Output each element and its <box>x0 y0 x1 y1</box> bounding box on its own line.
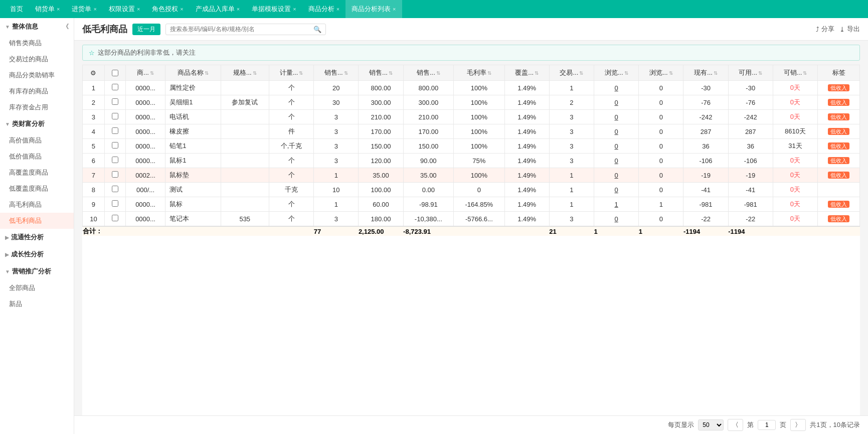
nav-sales-order[interactable]: 销货单 × <box>29 0 66 18</box>
export-button[interactable]: ⤓ 导出 <box>839 25 860 34</box>
nav-template-settings[interactable]: 单据模板设置 × <box>246 0 302 18</box>
sidebar-item-all-products[interactable]: 全部商品 <box>0 280 74 296</box>
row-select-checkbox[interactable] <box>112 142 118 149</box>
row-checkbox[interactable] <box>104 183 125 197</box>
sidebar-group-circulation[interactable]: ▶ 流通性分析 <box>0 229 74 246</box>
row-select-checkbox[interactable] <box>112 200 118 207</box>
sidebar-item-high-margin[interactable]: 高毛利商品 <box>0 197 74 213</box>
row-checkbox[interactable] <box>104 95 125 110</box>
nav-permissions[interactable]: 权限设置 × <box>103 0 146 18</box>
views1-link[interactable]: 0 <box>615 186 618 194</box>
th-available[interactable]: 可用...⇅ <box>728 65 773 81</box>
sidebar-item-traded-products[interactable]: 交易过的商品 <box>0 51 74 67</box>
row-views1[interactable]: 0 <box>594 212 639 227</box>
select-all-checkbox[interactable] <box>112 70 118 76</box>
views1-link[interactable]: 0 <box>615 128 618 135</box>
search-input[interactable] <box>170 26 311 33</box>
page-number-input[interactable] <box>758 420 776 430</box>
th-views1[interactable]: 浏览...⇅ <box>594 65 639 81</box>
row-select-checkbox[interactable] <box>112 215 118 221</box>
row-views1[interactable]: 0 <box>594 183 639 197</box>
sidebar-item-stock-capital[interactable]: 库存资金占用 <box>0 99 74 115</box>
views1-link[interactable]: 0 <box>615 142 618 150</box>
th-current-stock[interactable]: 现有...⇅ <box>683 65 728 81</box>
row-checkbox[interactable] <box>104 154 125 168</box>
row-select-checkbox[interactable] <box>112 157 118 163</box>
views1-link[interactable]: 0 <box>615 99 618 106</box>
views1-link[interactable]: 0 <box>615 113 618 121</box>
sidebar-group-overall[interactable]: ▼ 整体信息 《 <box>0 18 74 35</box>
row-checkbox[interactable] <box>104 81 125 95</box>
row-checkbox[interactable] <box>104 212 125 227</box>
row-select-checkbox[interactable] <box>112 113 118 119</box>
close-purchase-order-icon[interactable]: × <box>93 6 96 12</box>
sidebar-item-high-coverage[interactable]: 高覆盖度商品 <box>0 165 74 181</box>
th-transactions[interactable]: 交易...⇅ <box>549 65 594 81</box>
sidebar-item-low-margin[interactable]: 低毛利商品 <box>0 213 74 229</box>
row-select-checkbox[interactable] <box>112 98 118 105</box>
row-select-checkbox[interactable] <box>112 84 118 90</box>
sidebar-group-marketing[interactable]: ▼ 营销推广分析 <box>0 263 74 280</box>
row-select-checkbox[interactable] <box>112 127 118 134</box>
close-role-auth-icon[interactable]: × <box>180 6 183 12</box>
date-filter-button[interactable]: 近一月 <box>132 24 160 35</box>
row-views1[interactable]: 0 <box>594 81 639 95</box>
row-views1[interactable]: 0 <box>594 139 639 154</box>
sidebar-item-stock-products[interactable]: 有库存的商品 <box>0 83 74 99</box>
collapse-icon[interactable]: 《 <box>63 23 69 31</box>
sidebar-group-growth[interactable]: ▶ 成长性分析 <box>0 246 74 263</box>
th-coverage[interactable]: 覆盖...⇅ <box>504 65 549 81</box>
row-views1[interactable]: 0 <box>594 154 639 168</box>
row-checkbox[interactable] <box>104 139 125 154</box>
row-views1[interactable]: 0 <box>594 168 639 183</box>
views1-link[interactable]: 1 <box>615 201 618 208</box>
row-select-checkbox[interactable] <box>112 171 118 178</box>
nav-product-analysis-list[interactable]: 商品分析列表 × <box>345 0 402 18</box>
close-sales-order-icon[interactable]: × <box>57 6 60 12</box>
nav-purchase-order[interactable]: 进货单 × <box>66 0 102 18</box>
sidebar-item-low-coverage[interactable]: 低覆盖度商品 <box>0 181 74 197</box>
search-icon[interactable]: 🔍 <box>313 26 321 33</box>
sidebar-item-new-products[interactable]: 新品 <box>0 296 74 312</box>
next-page-button[interactable]: 〉 <box>790 419 806 431</box>
nav-product-analysis[interactable]: 商品分析 × <box>302 0 345 18</box>
row-views1[interactable]: 0 <box>594 95 639 110</box>
sidebar-item-low-value[interactable]: 低价值商品 <box>0 149 74 165</box>
sidebar-group-wealth[interactable]: ▼ 类财富分析 <box>0 115 74 132</box>
views1-link[interactable]: 0 <box>615 215 618 223</box>
views1-link[interactable]: 0 <box>615 157 618 165</box>
row-checkbox[interactable] <box>104 124 125 139</box>
nav-role-auth[interactable]: 角色授权 × <box>146 0 189 18</box>
per-page-select[interactable]: 50 100 200 <box>698 419 724 430</box>
close-template-settings-icon[interactable]: × <box>293 6 296 12</box>
th-name[interactable]: 商品名称⇅ <box>165 65 221 81</box>
th-code[interactable]: 商...⇅ <box>125 65 165 81</box>
sidebar-item-category-sales[interactable]: 商品分类助销率 <box>0 67 74 83</box>
th-sales-amount[interactable]: 销售...⇅ <box>359 65 403 81</box>
prev-page-button[interactable]: 〈 <box>728 419 743 431</box>
th-sales-profit[interactable]: 销售...⇅ <box>403 65 454 81</box>
sidebar-item-high-value[interactable]: 高价值商品 <box>0 132 74 149</box>
row-views1[interactable]: 0 <box>594 110 639 124</box>
close-product-analysis-list-icon[interactable]: × <box>393 6 396 12</box>
th-unit[interactable]: 计量...⇅ <box>269 65 313 81</box>
close-permissions-icon[interactable]: × <box>137 6 140 12</box>
row-select-checkbox[interactable] <box>112 186 118 192</box>
close-product-analysis-icon[interactable]: × <box>336 6 339 12</box>
sidebar-item-sales-products[interactable]: 销售类商品 <box>0 35 74 51</box>
th-sellable[interactable]: 可销...⇅ <box>773 65 817 81</box>
views1-link[interactable]: 0 <box>615 172 618 179</box>
th-spec[interactable]: 规格...⇅ <box>221 65 269 81</box>
row-views1[interactable]: 0 <box>594 124 639 139</box>
row-checkbox[interactable] <box>104 197 125 212</box>
row-views1[interactable]: 1 <box>594 197 639 212</box>
th-sales-qty[interactable]: 销售...⇅ <box>314 65 359 81</box>
th-gross-margin[interactable]: 毛利率⇅ <box>454 65 505 81</box>
th-settings[interactable]: ⚙ <box>83 65 105 81</box>
nav-home[interactable]: 首页 <box>4 0 29 18</box>
th-views2[interactable]: 浏览...⇅ <box>639 65 683 81</box>
th-checkbox[interactable] <box>104 65 125 81</box>
views1-link[interactable]: 0 <box>615 84 618 92</box>
row-checkbox[interactable] <box>104 168 125 183</box>
share-button[interactable]: ⤴ 分享 <box>816 25 834 34</box>
